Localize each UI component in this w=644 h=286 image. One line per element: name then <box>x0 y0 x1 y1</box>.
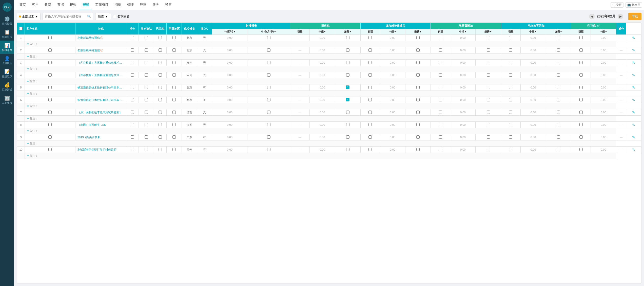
next-month-btn[interactable]: ▶ <box>618 14 623 19</box>
group-checkbox[interactable] <box>416 86 420 89</box>
chaoshui-checkbox[interactable] <box>131 98 134 101</box>
group-checkbox[interactable] <box>346 148 349 151</box>
nav-item-accounting[interactable]: 记账 <box>67 0 80 10</box>
confirm-checkbox[interactable] <box>159 61 162 64</box>
group-checkbox[interactable] <box>267 48 270 52</box>
group-checkbox[interactable] <box>439 111 442 114</box>
group-checkbox[interactable] <box>416 148 420 151</box>
th-defang-jiao[interactable]: 缴费▼ <box>546 29 571 35</box>
nav-item-customer[interactable]: 客户 <box>29 0 42 10</box>
group-checkbox[interactable] <box>509 86 512 89</box>
th-zengjie-shen[interactable]: 申报▼ <box>310 29 335 35</box>
group-checkbox[interactable] <box>487 135 490 139</box>
group-checkbox[interactable] <box>416 61 420 64</box>
prev-month-btn[interactable]: ◀ <box>589 14 595 19</box>
group-checkbox[interactable] <box>368 148 372 151</box>
sidebar-item-gongshangnianabao[interactable]: 🏢 工商年报 <box>0 93 14 106</box>
customer-name-cell[interactable]: （勿删）江西般宝-LSS <box>75 122 126 128</box>
name-tag-checkbox[interactable] <box>113 15 116 18</box>
group-checkbox[interactable] <box>267 86 270 89</box>
group-checkbox[interactable] <box>509 111 512 114</box>
group-checkbox[interactable] <box>267 98 270 101</box>
group-checkbox[interactable] <box>439 86 442 89</box>
th-caibao-month[interactable]: 申报(月/季)▼ <box>247 29 290 35</box>
group-checkbox[interactable] <box>579 61 583 64</box>
name-tag-checkbox-label[interactable]: 名下标者 <box>113 14 129 19</box>
group-checkbox[interactable] <box>487 61 490 64</box>
group-checkbox[interactable] <box>509 48 512 52</box>
nav-item-manage[interactable]: 管理 <box>124 0 137 10</box>
employee-filter-select[interactable]: 全部员工 ▼ <box>17 13 41 20</box>
qingka-checkbox[interactable] <box>145 135 148 139</box>
group-checkbox[interactable] <box>487 98 490 101</box>
th-yinhua-shen[interactable]: 申报▼ <box>591 29 616 35</box>
select-all-checkbox[interactable] <box>19 27 23 30</box>
qingka-checkbox[interactable] <box>145 48 148 52</box>
group-checkbox[interactable] <box>557 73 560 77</box>
group-checkbox[interactable] <box>439 148 442 151</box>
group-checkbox[interactable] <box>416 123 420 126</box>
group-checkbox[interactable] <box>416 98 420 101</box>
chaoshui-checkbox[interactable] <box>131 123 134 126</box>
nav-item-message[interactable]: 消息 <box>111 0 124 10</box>
edit-icon[interactable]: ✎ <box>632 61 635 65</box>
group-checkbox[interactable] <box>509 135 512 139</box>
search-input[interactable] <box>45 15 87 18</box>
paid-checkbox[interactable] <box>172 36 176 39</box>
edit-icon[interactable]: ✎ <box>632 85 635 90</box>
nav-item-charge[interactable]: 收费 <box>42 0 54 10</box>
customer-name-cell[interactable]: 勿删新锐网络通信ⓘ <box>75 35 126 41</box>
th-defang-shen[interactable]: 申报▼ <box>520 29 546 35</box>
customer-name-cell[interactable]: 畅速通信息技术股份有限公司民非测试ⓘ <box>75 84 126 91</box>
edit-icon[interactable]: ✎ <box>632 98 635 102</box>
paid-checkbox[interactable] <box>172 86 176 89</box>
group-checkbox[interactable] <box>416 48 420 52</box>
group-checkbox[interactable] <box>509 123 512 126</box>
group-checkbox[interactable] <box>509 73 512 77</box>
sidebar-item-huisuan[interactable]: 💰 汇算清缴 <box>0 80 14 93</box>
group-checkbox[interactable] <box>557 123 560 126</box>
group-checkbox[interactable] <box>557 86 560 89</box>
fullscreen-btn[interactable]: ⛶ 全屏 <box>611 2 623 8</box>
group-checkbox[interactable] <box>368 73 372 77</box>
qingka-checkbox[interactable] <box>145 111 148 114</box>
group-checkbox[interactable] <box>557 61 560 64</box>
group-checkbox[interactable] <box>267 73 270 77</box>
row-checkbox[interactable] <box>48 98 52 101</box>
group-checkbox[interactable] <box>487 48 490 52</box>
qingka-checkbox[interactable] <box>145 36 148 39</box>
nav-item-tax[interactable]: 报税 <box>80 0 92 10</box>
group-checkbox[interactable] <box>557 48 560 52</box>
group-checkbox[interactable] <box>416 36 420 39</box>
edit-icon[interactable]: ✎ <box>632 123 635 127</box>
group-checkbox[interactable] <box>557 111 560 114</box>
confirm-checkbox[interactable] <box>159 36 162 39</box>
row-checkbox[interactable] <box>48 135 52 139</box>
member-btn[interactable]: 📺 畅会员 <box>626 2 642 8</box>
edit-icon[interactable]: ✎ <box>632 110 635 114</box>
th-jiaoyu-shen[interactable]: 申报▼ <box>450 29 476 35</box>
th-zengjie-jiao[interactable]: 缴费▼ <box>335 29 360 35</box>
edit-icon[interactable]: ✎ <box>632 135 635 139</box>
group-checkbox[interactable] <box>557 135 560 139</box>
nav-item-home[interactable]: 首页 <box>16 0 29 10</box>
group-checkbox[interactable] <box>267 61 270 64</box>
confirm-checkbox[interactable] <box>159 98 162 101</box>
sidebar-item-zonglang[interactable]: 📊 报税总览 <box>0 41 14 54</box>
group-checkbox[interactable] <box>487 36 490 39</box>
row-checkbox[interactable] <box>48 48 52 52</box>
group-checkbox[interactable] <box>368 61 372 64</box>
group-checkbox[interactable] <box>579 36 583 39</box>
group-checkbox[interactable] <box>368 111 372 114</box>
confirm-checkbox[interactable] <box>159 73 162 77</box>
th-chengshi-shen[interactable]: 申报▼ <box>380 29 405 35</box>
group-checkbox[interactable] <box>509 36 512 39</box>
nav-item-settings[interactable]: 设置 <box>162 0 175 10</box>
sidebar-item-geshui[interactable]: 👤 个税申报 <box>0 54 14 67</box>
group-checkbox[interactable] <box>368 98 372 101</box>
group-checkbox[interactable] <box>267 135 270 139</box>
customer-name-cell[interactable]: 勿删新锐网络通信ⓘ <box>75 47 126 53</box>
qingka-checkbox[interactable] <box>145 148 148 151</box>
paid-checkbox[interactable] <box>172 123 176 126</box>
group-checkbox[interactable] <box>439 98 442 101</box>
